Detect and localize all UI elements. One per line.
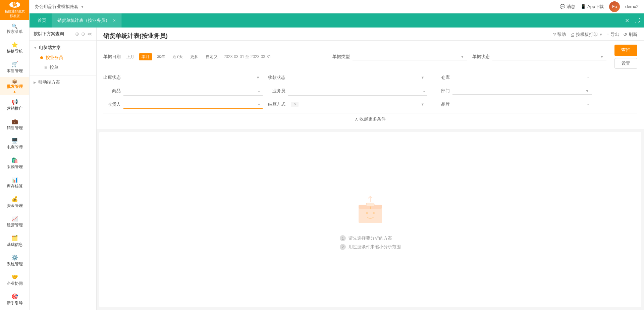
filter-row-3: 商品 ··· 业务员 ··· 部门 bbox=[103, 86, 637, 96]
query-button[interactable]: 查询 bbox=[614, 45, 637, 56]
refresh-button[interactable]: ↺ 刷新 bbox=[623, 32, 637, 38]
app-download-label: App下载 bbox=[587, 4, 604, 10]
doc-type-chevron-icon: ▼ bbox=[461, 55, 464, 59]
settlement-input[interactable]: × ▼ bbox=[288, 100, 427, 109]
empty-tip-1: 1 请先选择要分析的方案 bbox=[340, 235, 401, 241]
department-label: 部门 bbox=[432, 88, 450, 94]
payment-status-select[interactable]: ▼ bbox=[288, 74, 427, 81]
scheme-parent-desktop[interactable]: ▼ 电脑端方案 bbox=[30, 43, 96, 53]
add-scheme-icon[interactable]: ⊕ bbox=[75, 31, 79, 37]
sidebar-item-purchase[interactable]: 🛍️ 采购管理 bbox=[0, 154, 29, 173]
sidebar-search[interactable]: 🔍 搜索菜单 bbox=[0, 20, 29, 38]
filter-buttons: 查询 设置 bbox=[614, 45, 637, 69]
date-current-year-btn[interactable]: 本年 bbox=[154, 53, 168, 60]
receiver-more-icon[interactable]: ··· bbox=[258, 101, 260, 107]
date-custom-btn[interactable]: 自定义 bbox=[203, 53, 220, 60]
newbie-icon: 🎯 bbox=[11, 293, 18, 300]
settlement-clear-icon[interactable]: × bbox=[294, 102, 297, 107]
left-panel-title: 按以下方案查询 bbox=[34, 31, 64, 37]
warehouse-more-icon[interactable]: ··· bbox=[587, 75, 589, 80]
sidebar-item-finance[interactable]: 💰 资金管理 bbox=[0, 193, 29, 212]
scheme-parent-label: 电脑端方案 bbox=[39, 45, 61, 51]
scheme-subchild-doc[interactable]: ⊞ 按单 bbox=[30, 63, 96, 72]
scheme-child-label: 按业务员 bbox=[46, 55, 63, 61]
doc-status-select[interactable]: ▼ bbox=[492, 53, 606, 60]
brand-input[interactable]: ··· bbox=[452, 100, 592, 109]
user-avatar[interactable]: Ea bbox=[609, 1, 620, 12]
sidebar-item-ecommerce[interactable]: 🖥️ 电商管理 bbox=[0, 134, 29, 154]
tab-close-button[interactable]: × bbox=[113, 18, 116, 23]
date-last7-btn[interactable]: 近7天 bbox=[170, 53, 185, 60]
doc-status-label: 单据状态 bbox=[472, 54, 490, 60]
purchase-label: 采购管理 bbox=[7, 164, 23, 170]
sidebar-item-sales[interactable]: 💼 销售管理 bbox=[0, 115, 29, 134]
stock-status-select[interactable]: ▼ bbox=[123, 74, 263, 81]
sidebar-item-system[interactable]: ⚙️ 系统管理 bbox=[0, 251, 29, 270]
filter-row-4: 收货人 ··· 结算方式 × ▼ bbox=[103, 100, 637, 109]
export-icon: ↑ bbox=[607, 32, 609, 37]
export-button[interactable]: ↑ 导出 bbox=[607, 32, 619, 38]
username: demo2 bbox=[625, 4, 639, 9]
print-dropdown-icon[interactable]: ▼ bbox=[599, 33, 603, 37]
tab-report[interactable]: 销货单统计表（按业务员） × bbox=[52, 13, 121, 28]
scheme-expand-icon: ▼ bbox=[34, 46, 37, 50]
sidebar-item-marketing[interactable]: 📢 营销推广 bbox=[0, 95, 29, 115]
sidebar-item-basic[interactable]: 🗂️ 基础信息 bbox=[0, 231, 29, 251]
doc-status-chevron-icon: ▼ bbox=[600, 55, 604, 59]
user-initial: Ea bbox=[612, 4, 617, 9]
breadcrumb-dropdown-icon[interactable]: ▼ bbox=[80, 5, 84, 9]
brand-label: 品牌 bbox=[432, 101, 450, 107]
settings-scheme-icon[interactable]: ⊙ bbox=[81, 31, 85, 37]
sidebar-item-operations[interactable]: 📈 经营管理 bbox=[0, 212, 29, 231]
collapse-bar[interactable]: ∧ 收起更多条件 bbox=[103, 113, 637, 125]
active-indicator bbox=[40, 56, 43, 59]
main-content: 销货单统计表(按业务员) ? 帮助 🖨 按模板打印 ▼ ↑ 导出 bbox=[97, 28, 644, 310]
breadcrumb-text: 办公用品行业模拟账套 bbox=[35, 4, 78, 10]
scheme-subchild-label: 按单 bbox=[50, 64, 58, 70]
receiver-input[interactable]: ··· bbox=[123, 100, 263, 109]
finance-icon: 💰 bbox=[11, 196, 18, 202]
sidebar-item-newbie[interactable]: 🎯 新手引导 bbox=[0, 290, 29, 309]
sidebar-item-wholesale[interactable]: 📦 批发管理 ▲ bbox=[0, 77, 29, 95]
message-button[interactable]: 💬 消息 bbox=[560, 4, 575, 10]
tab-home[interactable]: 首页 bbox=[32, 13, 52, 28]
doc-type-select[interactable]: ▼ bbox=[353, 53, 467, 60]
download-icon: 📱 bbox=[581, 4, 586, 9]
warehouse-input[interactable]: ··· bbox=[452, 73, 592, 82]
system-icon: ⚙️ bbox=[11, 254, 18, 261]
sidebar-quick-nav[interactable]: ⭐ 快捷导航 bbox=[0, 38, 29, 58]
quick-nav-label: 快捷导航 bbox=[7, 49, 23, 54]
date-label: 单据日期 bbox=[103, 54, 121, 60]
settings-button[interactable]: 设置 bbox=[614, 58, 637, 69]
product-input[interactable]: ··· bbox=[123, 86, 263, 96]
sidebar-item-inventory[interactable]: 📊 库存核算 bbox=[0, 173, 29, 193]
tab-close-all-icon[interactable]: ✕ bbox=[624, 16, 631, 25]
collapse-panel-icon[interactable]: ≪ bbox=[87, 31, 92, 37]
date-more-btn[interactable]: 更多 bbox=[187, 53, 201, 60]
app-download-button[interactable]: 📱 App下载 bbox=[581, 4, 604, 10]
date-current-month-btn[interactable]: 本月 bbox=[139, 53, 152, 60]
salesperson-input[interactable]: ··· bbox=[288, 86, 427, 96]
tip-2-text: 用过滤条件来缩小分析范围 bbox=[348, 244, 401, 250]
salesperson-more-icon[interactable]: ··· bbox=[423, 88, 425, 94]
help-label: 帮助 bbox=[557, 32, 566, 38]
retail-label: 零售管理 bbox=[7, 68, 23, 74]
print-button[interactable]: 🖨 按模板打印 ▼ bbox=[570, 32, 603, 38]
left-panel: 按以下方案查询 ⊕ ⊙ ≪ ▼ 电脑端方案 按业务员 ⊞ 按单 bbox=[30, 28, 97, 310]
help-button[interactable]: ? 帮助 bbox=[553, 32, 566, 38]
wholesale-icon: 📦 bbox=[12, 79, 17, 84]
department-select[interactable]: ▼ bbox=[452, 88, 592, 95]
product-more-icon[interactable]: ··· bbox=[258, 88, 260, 94]
scheme-child-salesperson[interactable]: 按业务员 bbox=[30, 53, 96, 63]
inventory-icon: 📊 bbox=[11, 176, 18, 183]
tab-maximize-icon[interactable]: ⛶ bbox=[633, 16, 641, 25]
sidebar-item-retail[interactable]: 🛒 零售管理 bbox=[0, 58, 29, 77]
date-last-month-btn[interactable]: 上月 bbox=[123, 53, 137, 60]
retail-icon: 🛒 bbox=[11, 61, 18, 67]
sidebar-item-enterprise[interactable]: 🤝 企业协同 bbox=[0, 270, 29, 290]
mobile-expand-icon: ▶ bbox=[34, 81, 36, 84]
mobile-section[interactable]: ▶ 移动端方案 bbox=[30, 77, 96, 87]
tip-1-text: 请先选择要分析的方案 bbox=[348, 235, 392, 241]
search-icon: 🔍 bbox=[0, 23, 29, 29]
brand-more-icon[interactable]: ··· bbox=[587, 102, 589, 107]
